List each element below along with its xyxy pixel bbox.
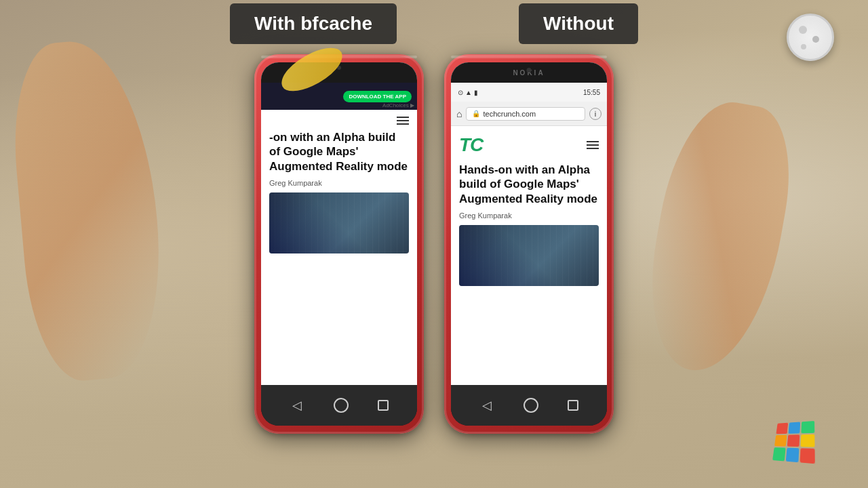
article-title-right: Hands-on with an Alpha build of Google M… — [459, 163, 599, 206]
hamburger-line — [587, 144, 599, 146]
url-text: techcrunch.com — [483, 110, 536, 118]
back-button-left[interactable]: ◁ — [290, 398, 304, 413]
right-article-content: TC Hands-on with an Alpha build of Googl… — [451, 126, 607, 294]
status-bar-right: ⊙ ▲ ▮ 15:55 — [451, 83, 607, 102]
rubiks-cell-r3 — [802, 421, 815, 433]
nav-bar-right: ◁ — [451, 385, 607, 426]
phone-left-inner: DOWNLOAD THE APP AdChoices ▶ -on with an… — [261, 62, 417, 426]
hamburger-line — [397, 117, 409, 118]
home-icon[interactable]: ⌂ — [456, 108, 462, 119]
battery-icon: ▮ — [474, 89, 478, 96]
phone-left: DOWNLOAD THE APP AdChoices ▶ -on with an… — [254, 54, 424, 434]
home-button-left[interactable] — [334, 398, 349, 413]
article-author-right: Greg Kumparak — [459, 211, 599, 220]
rubiks-cell-r5 — [787, 434, 800, 447]
time-display: 15:55 — [583, 89, 600, 96]
phones-container: DOWNLOAD THE APP AdChoices ▶ -on with an… — [254, 54, 614, 434]
url-field[interactable]: 🔒 techcrunch.com — [466, 107, 585, 121]
nav-bar-left: ◁ — [261, 385, 417, 426]
hamburger-line — [587, 148, 599, 149]
label-without: Without — [519, 3, 638, 44]
phone-right-topbar: NOKIA — [451, 62, 607, 83]
recents-button-right[interactable] — [568, 400, 578, 411]
label-with-bfcache: With bfcache — [230, 3, 397, 44]
status-icons: ⊙ ▲ ▮ — [458, 89, 478, 96]
lock-icon: 🔒 — [472, 110, 480, 117]
article-image-left — [269, 192, 409, 253]
download-app-button[interactable]: DOWNLOAD THE APP — [343, 91, 412, 102]
tc-logo-row: TC — [459, 134, 599, 156]
hamburger-menu-right[interactable] — [587, 141, 599, 149]
info-icon[interactable]: i — [589, 108, 601, 120]
phone-right: NOKIA ⊙ ▲ ▮ 15:55 ⌂ 🔒 — [444, 54, 614, 434]
phone-left-screen: DOWNLOAD THE APP AdChoices ▶ -on with an… — [261, 62, 417, 385]
ad-choices: AdChoices ▶ — [382, 102, 414, 108]
back-button-right[interactable]: ◁ — [479, 398, 494, 413]
rubiks-face — [772, 421, 815, 464]
rubiks-cell-r9 — [800, 449, 815, 464]
rubiks-cell-r4 — [774, 434, 787, 447]
left-article-content: -on with an Alpha build of Google Maps' … — [261, 110, 417, 260]
rubiks-cell-r8 — [785, 448, 799, 462]
hamburger-line — [397, 120, 409, 121]
rubiks-cell-r2 — [788, 422, 800, 433]
hamburger-line — [587, 141, 599, 142]
tc-logo: TC — [459, 134, 483, 156]
comparison-labels: With bfcache Without — [0, 3, 868, 44]
hamburger-line — [397, 123, 409, 125]
signal-icon: ▲ — [465, 89, 472, 96]
address-bar[interactable]: ⌂ 🔒 techcrunch.com i — [451, 102, 607, 126]
rubiks-cell-r6 — [801, 434, 815, 447]
home-button-right[interactable] — [524, 398, 538, 413]
article-author-left: Greg Kumparak — [269, 179, 409, 187]
article-image-right — [459, 225, 599, 286]
rubiks-cell-r7 — [772, 447, 785, 461]
camera-dot-right — [527, 68, 532, 73]
phone-right-inner: NOKIA ⊙ ▲ ▮ 15:55 ⌂ 🔒 — [451, 62, 607, 426]
recents-button-left[interactable] — [378, 400, 389, 411]
phone-right-screen: NOKIA ⊙ ▲ ▮ 15:55 ⌂ 🔒 — [451, 62, 607, 385]
rubiks-cell-r1 — [776, 423, 787, 434]
wifi-icon: ⊙ — [458, 89, 463, 96]
hamburger-menu-left[interactable] — [397, 117, 409, 125]
rubiks-cube — [773, 420, 814, 461]
dot3 — [801, 44, 806, 49]
article-title-left: -on with an Alpha build of Google Maps' … — [269, 130, 409, 174]
